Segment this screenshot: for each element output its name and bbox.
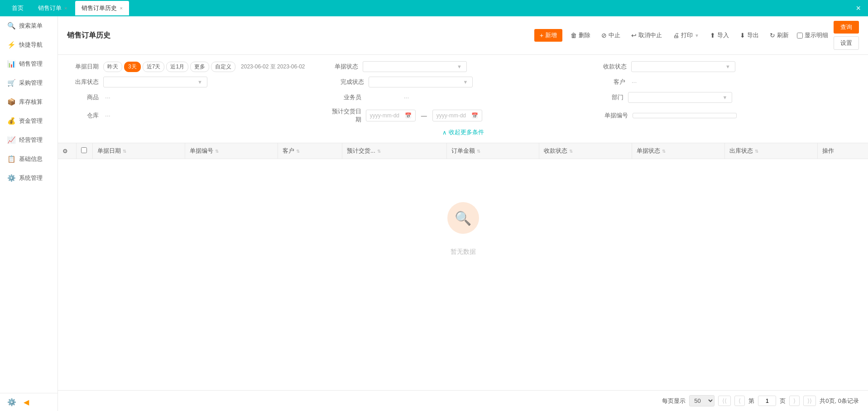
sidebar-gear-icon[interactable]: ⚙️ [7,398,16,406]
sidebar-item-inventory[interactable]: 📦 库存核算 [0,92,58,111]
btn-setting[interactable]: 设置 [834,36,859,50]
collapse-row[interactable]: ∧ 收起更多条件 [67,128,859,136]
date-btn-7days[interactable]: 近7天 [143,62,165,72]
page-input[interactable] [758,396,776,406]
date-end-placeholder: yyyy-mm-dd [436,112,466,119]
status-select[interactable]: ▼ [363,61,467,72]
calendar-end-icon[interactable]: 📅 [471,112,478,119]
page-prev-btn[interactable]: ⟨ [734,396,745,406]
expected-date-start[interactable]: yyyy-mm-dd 📅 [366,110,416,121]
order-no-input[interactable] [633,113,737,118]
th-outbound-label: 出库状态 [729,147,753,155]
tab-history-label: 销售订单历史 [82,4,117,12]
order-no-control [633,113,859,118]
btn-stop[interactable]: ⊘ 中止 [599,29,623,41]
btn-cancel-stop[interactable]: ↩ 取消中止 [628,29,665,41]
payment-status-select[interactable]: ▼ [631,61,735,72]
th-amount[interactable]: 订单金额 ⇅ [446,143,539,159]
customer-ellipsis-btn[interactable]: ··· [630,77,639,87]
th-expected-label: 预计交货... [347,147,375,155]
quick-nav-icon: ⚡ [7,41,15,49]
page-first-btn[interactable]: ⟨⟨ [718,396,731,406]
btn-import[interactable]: ⬆ 导入 [707,29,732,41]
page-label-after: 页 [780,397,786,405]
sales-mgmt-label: 销售管理 [19,60,43,68]
select-all-checkbox[interactable] [81,147,87,153]
th-customer[interactable]: 客户 ⇅ [278,143,342,159]
sidebar-item-quick-nav[interactable]: ⚡ 快捷导航 [0,35,58,54]
warehouse-ellipsis-btn[interactable]: ··· [103,110,112,121]
sidebar-bottom: ⚙️ ◀ [0,393,58,411]
date-quick-buttons: 昨天 3天 近7天 近1月 更多 自定义 [103,62,235,72]
expected-date-end[interactable]: yyyy-mm-dd 📅 [432,110,482,121]
collapse-label: 收起更多条件 [449,128,484,136]
operations-icon: 📈 [7,136,15,144]
date-start-placeholder: yyyy-mm-dd [370,112,399,119]
th-checkbox[interactable] [76,143,92,159]
top-bar-right: × [854,2,863,15]
page-last-btn[interactable]: ⟩⟩ [803,396,816,406]
dept-select[interactable]: ▼ [628,92,732,103]
new-label: 新增 [545,31,557,39]
stop-label: 中止 [609,31,620,39]
dept-label: 部门 [605,93,628,102]
table-gear-icon[interactable]: ⚙ [62,148,68,155]
tab-sales-order-label: 销售订单 [38,4,62,12]
date-btn-custom[interactable]: 自定义 [211,62,235,72]
th-doc-status[interactable]: 单据状态 ⇅ [632,143,725,159]
tab-home[interactable]: 首页 [5,1,30,15]
th-settings[interactable]: ⚙ [58,143,76,159]
tab-history-close[interactable]: × [120,5,122,11]
sidebar-item-operations[interactable]: 📈 经营管理 [0,131,58,150]
sidebar-collapse-icon[interactable]: ◀ [24,398,29,406]
sort-amount-icon: ⇅ [477,149,480,154]
print-label: 打印 [681,31,693,39]
status-select-arrow: ▼ [457,64,462,69]
salesperson-ellipsis-btn[interactable]: ··· [402,92,411,103]
outbound-select[interactable]: ▼ [103,77,207,87]
filter-row-3: 商品 ··· 业务员 ··· 部门 ▼ [67,92,859,103]
th-date[interactable]: 单据日期 ⇅ [92,143,185,159]
btn-delete[interactable]: 🗑 删除 [568,29,593,41]
window-close-btn[interactable]: × [854,2,863,15]
btn-query[interactable]: 查询 [834,21,859,34]
tab-sales-order-close[interactable]: × [64,5,67,11]
th-payment-status[interactable]: 收款状态 ⇅ [539,143,632,159]
empty-illustration [441,195,486,241]
dept-arrow: ▼ [722,95,727,100]
th-expected-date[interactable]: 预计交货... ⇅ [342,143,446,159]
sidebar-item-basic-info[interactable]: 📋 基础信息 [0,150,58,169]
tab-sales-order-history[interactable]: 销售订单历史 × [75,1,129,15]
export-label: 导出 [747,31,759,39]
display-detail-toggle[interactable]: 显示明细 [797,31,828,39]
tab-sales-order[interactable]: 销售订单 × [32,1,73,15]
tab-home-label: 首页 [12,4,24,12]
date-btn-today[interactable]: 昨天 [103,62,122,72]
page-size-select[interactable]: 50 20 100 [689,395,715,406]
goods-ellipsis-btn[interactable]: ··· [103,92,112,103]
sidebar-item-finance[interactable]: 💰 资金管理 [0,111,58,131]
page-next-btn[interactable]: ⟩ [789,396,800,406]
sidebar-item-sales-mgmt[interactable]: 📊 销售管理 [0,54,58,73]
date-btn-1month[interactable]: 近1月 [166,62,188,72]
sidebar-item-search-menu[interactable]: 🔍 搜索菜单 [0,16,58,35]
btn-print[interactable]: 🖨 打印 ▼ [670,29,702,41]
btn-new[interactable]: + 新增 [534,29,562,42]
chevron-up-icon: ∧ [442,129,447,136]
date-btn-more[interactable]: 更多 [190,62,209,72]
completion-select[interactable]: ▼ [369,77,473,87]
empty-state-row: 暂无数据 [58,159,868,293]
payment-status-arrow: ▼ [725,64,730,69]
sidebar-item-sys-mgmt[interactable]: ⚙️ 系统管理 [0,169,58,188]
outbound-arrow: ▼ [197,79,202,85]
th-no[interactable]: 单据编号 ⇅ [185,143,278,159]
display-detail-checkbox[interactable] [797,33,803,39]
th-outbound-status[interactable]: 出库状态 ⇅ [724,143,817,159]
btn-refresh[interactable]: ↻ 刷新 [767,29,791,41]
btn-export[interactable]: ⬇ 导出 [737,29,762,41]
date-btn-3days[interactable]: 3天 [124,62,141,72]
calendar-start-icon[interactable]: 📅 [405,112,412,119]
warehouse-control: ··· [103,110,330,121]
sort-date-icon: ⇅ [123,149,126,154]
sidebar-item-purchase-mgmt[interactable]: 🛒 采购管理 [0,73,58,92]
